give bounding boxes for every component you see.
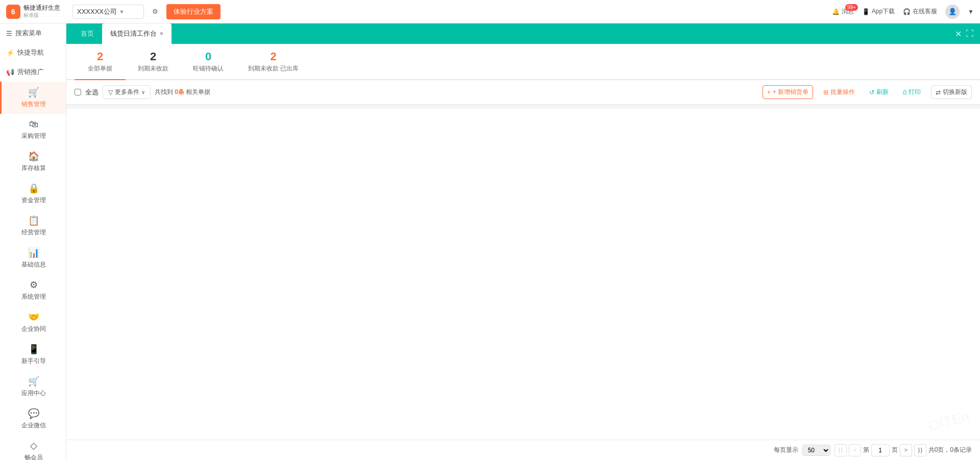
found-suffix: 相关单据 [186, 88, 210, 95]
stat-tab-shipped[interactable]: 2 到期未收款 已出库 [236, 44, 311, 80]
last-page-button[interactable]: ⟩⟩ [914, 444, 926, 456]
search-menu-item[interactable]: ☰ 搜索菜单 [0, 23, 66, 43]
print-button[interactable]: ⎙ 打印 [899, 86, 925, 99]
batch-icon: ⊞ [823, 89, 828, 96]
bell-icon: 🔔 [832, 8, 840, 15]
per-page-select[interactable]: 50 100 200 [802, 445, 830, 456]
filter-button[interactable]: ▽ 更多条件 ∨ [103, 85, 151, 99]
appstore-icon: 🛒 [28, 376, 39, 387]
sidebar-item-inventory[interactable]: 🏠 库存核算 [0, 146, 66, 178]
search-icon: ☰ [6, 30, 12, 37]
main-layout: ☰ 搜索菜单 ⚡ 快捷导航 📢 营销推广 🛒 销售管理 🛍 采购管理 🏠 库存核… [0, 23, 980, 460]
app-download-label: App下载 [872, 7, 895, 16]
app-download-item[interactable]: 📱 App下载 [862, 7, 895, 16]
batch-button[interactable]: ⊞ 批量操作 [819, 86, 859, 99]
refresh-label: 刷新 [876, 88, 889, 96]
service-icon: 🎧 [903, 8, 911, 15]
tab-workbench-label: 钱货日清工作台 [110, 29, 157, 38]
sidebar-item-guide-label: 新手引导 [21, 357, 46, 366]
message-icon-item[interactable]: 🔔 消息 99+ [832, 7, 854, 16]
online-service-item[interactable]: 🎧 在线客服 [903, 7, 937, 16]
sidebar-item-system[interactable]: ⚙ 系统管理 [0, 274, 66, 306]
refresh-button[interactable]: ↺ 刷新 [865, 86, 893, 99]
logo-text: 畅捷通好生意 [23, 4, 60, 12]
sidebar-item-enterprise[interactable]: 🤝 企业协同 [0, 306, 66, 338]
top-header: 6 畅捷通好生意 标准版 XXXXXX公司 ▼ ⚙ 体验行业方案 🔔 消息 99… [0, 0, 980, 23]
page-label: 第 [863, 446, 869, 454]
next-page-button[interactable]: ＞ [900, 444, 912, 456]
sidebar: ☰ 搜索菜单 ⚡ 快捷导航 📢 营销推广 🛒 销售管理 🛍 采购管理 🏠 库存核… [0, 23, 66, 460]
pagination-controls: ⟨⟨ ＜ 第 页 ＞ ⟩⟩ 共0页，0条记录 [835, 444, 972, 456]
sales-icon: 🛒 [28, 87, 39, 98]
user-chevron[interactable]: ▼ [968, 8, 974, 15]
toolbar-right: + + 新增销货单 ⊞ 批量操作 ↺ 刷新 ⎙ 打印 ⇄ 切换新版 [763, 85, 972, 99]
member-icon: ◇ [30, 440, 37, 451]
prev-page-button[interactable]: ＜ [849, 444, 861, 456]
try-industry-button[interactable]: 体验行业方案 [166, 4, 220, 19]
sidebar-item-member[interactable]: ◇ 畅会员 [0, 435, 66, 460]
select-all-label: 全选 [85, 88, 99, 97]
company-name: XXXXXX公司 [77, 7, 117, 16]
stats-tabs: 2 全部单据 2 到期未收款 0 旺铺待确认 2 到期未收款 已出库 [66, 44, 980, 80]
content-area: 首页 钱货日清工作台 × ✕ ⛶ 2 全部单据 2 到期未收款 0 [66, 23, 980, 460]
toolbar-left: 全选 ▽ 更多条件 ∨ 共找到 0条 相关单据 [75, 85, 758, 99]
add-sale-button[interactable]: + + 新增销货单 [763, 85, 813, 99]
stat-label-shipped: 到期未收款 已出库 [248, 64, 299, 73]
page-number-input[interactable] [871, 444, 890, 456]
sidebar-item-basic-label: 基础信息 [21, 260, 46, 269]
batch-label: 批量操作 [830, 88, 855, 96]
stat-tab-all[interactable]: 2 全部单据 [75, 44, 126, 80]
message-badge: 99+ [845, 4, 858, 11]
first-page-button[interactable]: ⟨⟨ [835, 444, 847, 456]
sidebar-item-appstore[interactable]: 🛒 应用中心 [0, 371, 66, 403]
sidebar-item-operation[interactable]: 📋 经营管理 [0, 210, 66, 242]
stat-label-pending: 旺铺待确认 [193, 64, 224, 73]
tab-maximize-icon[interactable]: ⛶ [966, 29, 974, 39]
purchase-icon: 🛍 [29, 119, 38, 130]
stat-tab-pending[interactable]: 0 旺铺待确认 [181, 44, 236, 80]
sidebar-item-purchase-label: 采购管理 [21, 132, 46, 140]
tab-bar: 首页 钱货日清工作台 × ✕ ⛶ [66, 23, 980, 44]
sidebar-item-wechat[interactable]: 💬 企业微信 [0, 403, 66, 435]
print-icon: ⎙ [903, 89, 906, 96]
sidebar-item-guide[interactable]: 📱 新手引导 [0, 338, 66, 371]
sidebar-item-finance-label: 资金管理 [21, 196, 46, 205]
avatar[interactable]: 👤 [945, 5, 960, 19]
tab-minimize-icon[interactable]: ✕ [955, 29, 962, 39]
basic-icon: 📊 [28, 247, 39, 258]
online-service-label: 在线客服 [913, 7, 937, 16]
tab-actions: ✕ ⛶ [955, 29, 974, 39]
quick-nav-item[interactable]: ⚡ 快捷导航 [0, 43, 66, 62]
wechat-icon: 💬 [28, 408, 39, 419]
sidebar-item-basic[interactable]: 📊 基础信息 [0, 242, 66, 274]
select-all-checkbox[interactable] [75, 89, 81, 95]
add-sale-label: + 新增销货单 [773, 88, 808, 96]
finance-icon: 🔒 [28, 183, 39, 194]
company-selector[interactable]: XXXXXX公司 ▼ [72, 5, 144, 19]
tab-home[interactable]: 首页 [72, 23, 102, 44]
tab-close-icon[interactable]: × [160, 30, 163, 37]
sidebar-item-finance[interactable]: 🔒 资金管理 [0, 178, 66, 210]
marketing-item[interactable]: 📢 营销推广 [0, 62, 66, 82]
sidebar-item-member-label: 畅会员 [24, 453, 43, 460]
sidebar-item-appstore-label: 应用中心 [21, 389, 46, 398]
marketing-label: 营销推广 [17, 67, 44, 77]
stat-num-overdue: 2 [150, 50, 156, 63]
logo-area: 6 畅捷通好生意 标准版 [6, 4, 72, 19]
tab-workbench[interactable]: 钱货日清工作台 × [102, 23, 172, 44]
toolbar: 全选 ▽ 更多条件 ∨ 共找到 0条 相关单据 + + 新增销货单 [66, 80, 980, 105]
quick-nav-label: 快捷导航 [17, 48, 44, 57]
sidebar-item-sales[interactable]: 🛒 销售管理 [0, 82, 66, 114]
settings-icon[interactable]: ⚙ [148, 5, 162, 19]
sidebar-item-operation-label: 经营管理 [21, 228, 46, 237]
guide-icon: 📱 [28, 344, 39, 355]
stat-label-overdue: 到期未收款 [138, 64, 168, 73]
sidebar-item-inventory-label: 库存核算 [21, 164, 46, 173]
switch-version-button[interactable]: ⇄ 切换新版 [931, 85, 972, 99]
marketing-icon: 📢 [6, 68, 14, 76]
sidebar-item-purchase[interactable]: 🛍 采购管理 [0, 114, 66, 146]
print-label: 打印 [909, 88, 921, 96]
stat-tab-overdue[interactable]: 2 到期未收款 [126, 44, 181, 80]
switch-icon: ⇄ [936, 89, 941, 96]
operation-icon: 📋 [28, 215, 39, 226]
